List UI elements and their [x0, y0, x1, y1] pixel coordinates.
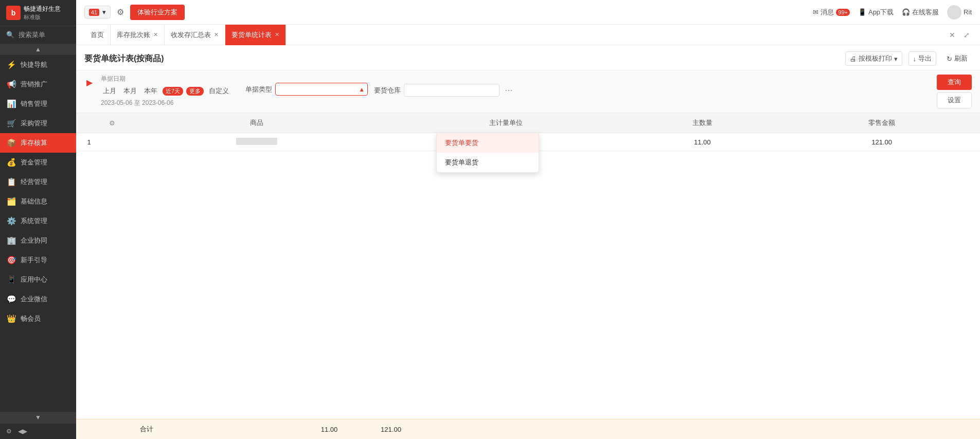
table-header-row: ⚙ 商品 主计量单位 主数量 零售金额	[76, 113, 980, 133]
tabs-right-actions: ✕ ⤢	[947, 29, 972, 41]
sidebar-item-quick-nav[interactable]: ⚡快捷导航	[0, 55, 76, 75]
nav-icon-inventory: 📦	[6, 138, 16, 148]
filter-more-btn[interactable]: ···	[503, 83, 514, 98]
query-btn[interactable]: 查询	[937, 75, 972, 90]
message-count-badge: 99+	[836, 9, 850, 16]
sidebar-scroll-down[interactable]: ▼	[0, 412, 76, 423]
nav-icon-finance: 💰	[6, 158, 16, 167]
message-btn[interactable]: ✉ 消息 99+	[813, 8, 850, 17]
refresh-icon: ↻	[947, 55, 952, 63]
date-filter-label: 单据日期	[101, 75, 231, 83]
user-avatar	[947, 5, 961, 20]
template-print-btn[interactable]: 🖨 按模板打印 ▾	[845, 51, 902, 66]
sidebar: b 畅捷通好生意 标准版 🔍 搜索菜单 ▲ ⚡快捷导航📢营销推广📊销售管理🛒采购…	[0, 0, 76, 439]
tab-request-stats[interactable]: 要货单统计表✕	[225, 25, 286, 45]
online-service-btn[interactable]: 🎧 在线客服	[902, 8, 939, 17]
user-menu[interactable]: Rit	[947, 5, 972, 20]
nav-label-member: 畅会员	[21, 314, 41, 323]
settings-footer-btn[interactable]: ⚙	[6, 428, 12, 435]
tab-home[interactable]: 首页	[84, 25, 111, 45]
date-current-month-btn[interactable]: 本月	[121, 85, 139, 97]
filter-actions: 查询 设置	[937, 75, 972, 108]
more-dates-badge[interactable]: 更多	[186, 87, 204, 96]
sidebar-search[interactable]: 🔍 搜索菜单	[0, 26, 76, 44]
sidebar-item-finance[interactable]: 💰资金管理	[0, 153, 76, 172]
warehouse-filter-label: 要货仓库	[374, 86, 401, 95]
nav-icon-basic: 🗂️	[6, 197, 16, 206]
download-icon: 📱	[858, 8, 866, 16]
sidebar-item-basic[interactable]: 🗂️基础信息	[0, 192, 76, 211]
main-area: 41 ▾ ⚙ 体验行业方案 ✉ 消息 99+ 📱 App下载 🎧 在线客服 R	[76, 0, 980, 439]
store-selector[interactable]: 41 ▾	[84, 6, 111, 19]
type-filter-group: 单据类型 ▲	[245, 83, 368, 96]
date-range-display: 2023-05-06 至 2023-06-06	[101, 99, 231, 107]
date-custom-btn[interactable]: 自定义	[207, 85, 231, 97]
trial-btn[interactable]: 体验行业方案	[130, 5, 185, 20]
header-right: ✉ 消息 99+ 📱 App下载 🎧 在线客服 Rit	[813, 5, 972, 20]
top-header: 41 ▾ ⚙ 体验行业方案 ✉ 消息 99+ 📱 App下载 🎧 在线客服 R	[76, 0, 980, 25]
tab-batch-account[interactable]: 库存批次账✕	[111, 25, 165, 45]
sidebar-item-member[interactable]: 👑畅会员	[0, 309, 76, 328]
refresh-btn[interactable]: ↻ 刷新	[942, 52, 972, 65]
footer-qty: 11.00	[298, 426, 360, 433]
tab-close-request-stats[interactable]: ✕	[275, 31, 279, 38]
sidebar-item-purchase[interactable]: 🛒采购管理	[0, 114, 76, 133]
nav-label-system: 系统管理	[21, 216, 47, 226]
nav-icon-purchase: 🛒	[6, 119, 16, 128]
tab-close-receivable-summary[interactable]: ✕	[214, 31, 219, 38]
tab-label-receivable-summary: 收发存汇总表	[171, 30, 211, 40]
app-download-btn[interactable]: 📱 App下载	[858, 8, 894, 17]
sidebar-item-sales[interactable]: 📊销售管理	[0, 94, 76, 114]
col-settings[interactable]: ⚙	[102, 113, 122, 133]
dropdown-item-要货单退货[interactable]: 要货单退货	[437, 153, 539, 172]
sidebar-item-wechat[interactable]: 💬企业微信	[0, 289, 76, 309]
tab-receivable-summary[interactable]: 收发存汇总表✕	[165, 25, 225, 45]
filter-toggle-btn[interactable]: ▶	[84, 76, 95, 89]
tab-close-batch-account[interactable]: ✕	[153, 31, 158, 38]
warehouse-filter-input[interactable]	[404, 84, 500, 97]
sidebar-item-guide[interactable]: 🎯新手引导	[0, 250, 76, 270]
date-prev-month-btn[interactable]: 上月	[101, 85, 118, 97]
sidebar-footer: ⚙ ◀▶	[0, 423, 76, 439]
nav-icon-quick-nav: ⚡	[6, 60, 16, 69]
online-service-label: 在线客服	[912, 8, 939, 17]
message-icon: ✉	[813, 8, 818, 16]
sidebar-item-enterprise[interactable]: 🏢企业协同	[0, 231, 76, 250]
sidebar-item-operations[interactable]: 📋经营管理	[0, 172, 76, 192]
sidebar-item-system[interactable]: ⚙️系统管理	[0, 211, 76, 231]
nav-icon-enterprise: 🏢	[6, 236, 16, 245]
settings-gear-btn[interactable]: ⚙	[117, 7, 124, 17]
col-unit: 主计量单位	[391, 113, 621, 133]
nav-label-operations: 经营管理	[21, 177, 47, 187]
tab-expand-btn[interactable]: ⤢	[961, 29, 972, 41]
page-actions: 🖨 按模板打印 ▾ ↓ 导出 ↻ 刷新	[845, 51, 972, 66]
nav-label-marketing: 营销推广	[21, 80, 47, 89]
sidebar-item-inventory[interactable]: 📦库存核算	[0, 133, 76, 153]
print-chevron-icon: ▾	[894, 55, 898, 63]
filter-settings-btn[interactable]: 设置	[937, 92, 972, 108]
type-select-wrapper: ▲	[275, 83, 368, 96]
nav-icon-operations: 📋	[6, 177, 16, 187]
content-area: 要货单统计表(按商品) 🖨 按模板打印 ▾ ↓ 导出 ↻ 刷新 ▶	[76, 45, 980, 439]
nav-label-wechat: 企业微信	[21, 295, 47, 304]
service-icon: 🎧	[902, 8, 910, 16]
cell-product	[122, 133, 391, 151]
tab-close-all-btn[interactable]: ✕	[947, 29, 957, 41]
sidebar-item-marketing[interactable]: 📢营销推广	[0, 75, 76, 94]
collapse-footer-btn[interactable]: ◀▶	[18, 428, 27, 435]
dropdown-item-要货单要货[interactable]: 要货单要货	[437, 133, 539, 153]
filter-row: ▶ 单据日期 上月 本月 本年 近7天 更多 自定义 2023-05-06 至 …	[76, 70, 980, 113]
sidebar-scroll-up[interactable]: ▲	[0, 44, 76, 55]
export-btn[interactable]: ↓ 导出	[908, 51, 937, 66]
date-year-btn[interactable]: 本年	[142, 85, 159, 97]
table-settings-icon[interactable]: ⚙	[109, 119, 115, 127]
tab-label-request-stats: 要货单统计表	[231, 30, 272, 40]
type-select[interactable]	[275, 83, 368, 96]
date-recent-badge[interactable]: 近7天	[163, 87, 183, 96]
app-download-label: App下载	[868, 8, 894, 17]
cell-amount: 121.00	[783, 133, 980, 151]
print-icon: 🖨	[850, 55, 857, 63]
cell-quantity: 11.00	[621, 133, 783, 151]
store-dropdown-icon: ▾	[102, 8, 106, 16]
sidebar-item-appstore[interactable]: 📱应用中心	[0, 270, 76, 289]
